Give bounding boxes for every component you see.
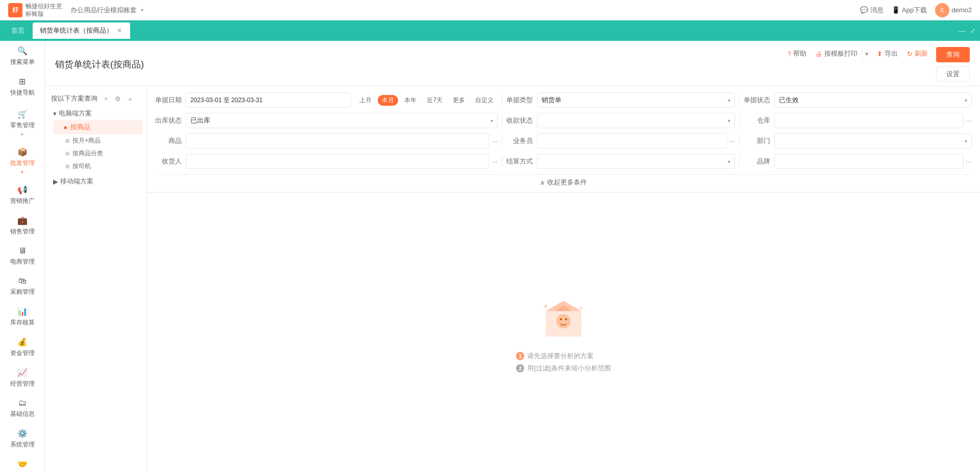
salesperson-input[interactable] xyxy=(537,133,727,149)
panel-settings-button[interactable]: ⚙ xyxy=(113,93,123,104)
minimize-icon[interactable]: — xyxy=(959,27,966,35)
panel-sub-icon-1: ⊞ xyxy=(65,138,69,144)
panel-item-by-cashier[interactable]: ⊞ 按司机 xyxy=(53,160,142,173)
print-dropdown-button[interactable]: ▾ xyxy=(862,48,872,60)
tab-close-icon[interactable]: ✕ xyxy=(116,26,123,35)
date-pill-this-year[interactable]: 本年 xyxy=(400,95,421,106)
panel-item-by-category[interactable]: ⊞ 按商品分类 xyxy=(53,147,142,160)
sidebar-item-retail[interactable]: 🛒 零售管理 ▾ xyxy=(0,104,44,142)
industry-label: 办公用品行业模拟账套 xyxy=(70,6,137,15)
tab-sales-report[interactable]: 销货单统计表（按商品） ✕ xyxy=(33,22,130,39)
sidebar-item-procurement[interactable]: 🛍 采购管理 xyxy=(0,271,44,301)
svg-point-3 xyxy=(556,314,571,328)
empty-hint-1: 请先选择要分析的方案 xyxy=(527,351,594,361)
user-profile[interactable]: E demo2 xyxy=(935,3,972,17)
doc-status-select[interactable]: 已生效 ▾ xyxy=(774,92,972,108)
doc-type-control: 销货单 ▾ xyxy=(537,92,734,108)
date-pill-last-month[interactable]: 上月 xyxy=(355,95,376,106)
panel-add-button[interactable]: ＋ xyxy=(101,93,111,104)
sidebar-item-sales[interactable]: 💼 销售管理 xyxy=(0,210,44,241)
warehouse-input[interactable] xyxy=(774,113,964,128)
date-pill-this-month[interactable]: 本月 xyxy=(378,95,398,106)
recipient-input[interactable] xyxy=(186,154,489,169)
help-button[interactable]: ? 帮助 xyxy=(783,47,811,60)
panel-group-desktop: ▾ 电脑端方案 ● 按商品 ⊞ 按月+商品 ⊞ xyxy=(45,107,146,173)
panel-group-mobile-label: 移动端方案 xyxy=(60,177,93,186)
industry-dropdown-icon[interactable]: ▾ xyxy=(141,7,143,13)
department-select[interactable]: ▾ xyxy=(774,133,972,149)
panel-item-by-product[interactable]: ● 按商品 xyxy=(53,120,142,134)
panel-item-icon-active: ● xyxy=(63,123,67,131)
panel-collapse-button[interactable]: « xyxy=(125,93,135,104)
panel-header: 按以下方案查询 ＋ ⚙ « xyxy=(45,90,146,107)
brand-control: ··· xyxy=(774,154,972,169)
dept-arrow: ▾ xyxy=(965,138,967,144)
panel-group-desktop-header[interactable]: ▾ 电脑端方案 xyxy=(49,107,142,120)
left-panel: 按以下方案查询 ＋ ⚙ « ▾ 电脑端方案 ● 按 xyxy=(45,86,147,472)
page-title: 销货单统计表(按商品) xyxy=(55,58,144,70)
print-button[interactable]: 🖨 按模板打印 xyxy=(812,47,862,60)
setting-button[interactable]: 设置 xyxy=(936,66,970,82)
panel-group-label: 电脑端方案 xyxy=(59,109,92,118)
empty-svg: ✦ ✦ • • xyxy=(535,291,592,342)
recipient-dots[interactable]: ··· xyxy=(492,157,498,166)
warehouse-status-select[interactable]: 已出库 ▾ xyxy=(186,113,498,128)
collapse-icon: ∧ xyxy=(540,179,545,186)
query-setting-group: 查询 设置 xyxy=(936,47,970,82)
collapse-button[interactable]: ∧ 收起更多条件 xyxy=(155,174,972,190)
filter-row-1: 单据日期 2023-03-01 至 2023-03-31 上月 本月 本年 近7… xyxy=(155,92,972,108)
salesperson-dots[interactable]: ··· xyxy=(729,137,735,145)
payment-status-select[interactable]: ▾ xyxy=(537,113,734,128)
doc-type-select[interactable]: 销货单 ▾ xyxy=(537,92,734,108)
brand-dots[interactable]: ··· xyxy=(966,157,972,166)
product-dots[interactable]: ··· xyxy=(492,137,498,145)
panel-item-by-month-product[interactable]: ⊞ 按月+商品 xyxy=(53,134,142,147)
retail-expand-icon: ▾ xyxy=(21,132,23,137)
warehouse-dots[interactable]: ··· xyxy=(966,116,972,125)
message-button[interactable]: 💬 消息 xyxy=(860,6,884,15)
date-pill-more[interactable]: 更多 xyxy=(449,95,469,106)
print-button-group: 🖨 按模板打印 ▾ xyxy=(812,47,872,60)
sidebar-item-marketing[interactable]: 📢 营销推广 xyxy=(0,180,44,210)
filter-row-4: 收货人 ··· 结算方式 ▾ xyxy=(155,154,972,169)
settlement-select[interactable]: ▾ xyxy=(537,154,734,169)
print-icon: 🖨 xyxy=(816,50,822,58)
tab-home[interactable]: 首页 xyxy=(4,22,32,39)
sidebar-search[interactable]: 🔍 搜索菜单 xyxy=(0,41,44,72)
export-icon: ⬆ xyxy=(877,50,883,58)
tab-sales-report-label: 销货单统计表（按商品） xyxy=(40,26,113,35)
product-input[interactable] xyxy=(186,133,489,149)
shortcut-icon: ⊞ xyxy=(19,77,26,86)
right-content: 单据日期 2023-03-01 至 2023-03-31 上月 本月 本年 近7… xyxy=(147,86,980,472)
panel-group-mobile: ▶ 移动端方案 xyxy=(45,175,146,188)
department-label: 部门 xyxy=(744,136,774,146)
settlement-label: 结算方式 xyxy=(506,157,537,166)
date-pill-custom[interactable]: 自定义 xyxy=(471,95,498,106)
operations-icon: 📈 xyxy=(17,368,28,377)
app-download-button[interactable]: 📱 App下载 xyxy=(892,6,927,15)
sidebar-item-operations[interactable]: 📈 经营管理 xyxy=(0,363,44,393)
warehouse-control: ··· xyxy=(774,113,972,128)
sidebar-item-wholesale[interactable]: 📦 批发管理 ▾ xyxy=(0,142,44,180)
logo-area: 好 畅捷信好生意 标账版 xyxy=(8,3,62,17)
payment-status-control: ▾ xyxy=(537,113,734,128)
brand-input[interactable] xyxy=(774,154,964,169)
maximize-icon[interactable]: ⤢ xyxy=(970,27,976,35)
query-button[interactable]: 查询 xyxy=(936,47,970,62)
panel-group-mobile-header[interactable]: ▶ 移动端方案 xyxy=(49,175,142,188)
sidebar-item-inventory[interactable]: 📊 库存核算 xyxy=(0,301,44,332)
sidebar-item-ecommerce[interactable]: 🖥 电商管理 xyxy=(0,241,44,271)
wh-status-arrow: ▾ xyxy=(491,118,493,124)
wholesale-expand-icon: ▾ xyxy=(21,170,23,175)
refresh-button[interactable]: ↻ 刷新 xyxy=(903,47,932,60)
export-button[interactable]: ⬆ 导出 xyxy=(873,47,902,60)
date-range-input[interactable]: 2023-03-01 至 2023-03-31 xyxy=(186,92,351,108)
sidebar-item-finance[interactable]: 💰 资金管理 xyxy=(0,332,44,363)
sidebar-item-basic[interactable]: 🗂 基础信息 xyxy=(0,393,44,423)
date-pill-last7days[interactable]: 近7天 xyxy=(423,95,447,106)
sidebar-shortcut[interactable]: ⊞ 快捷导航 xyxy=(0,72,44,102)
salesperson-control: ··· xyxy=(537,133,734,149)
sidebar-item-system[interactable]: ⚙️ 系统管理 xyxy=(0,423,44,454)
svg-text:✦: ✦ xyxy=(543,303,548,310)
sidebar-item-enterprise[interactable]: 🤝 企业协同 xyxy=(0,454,44,472)
